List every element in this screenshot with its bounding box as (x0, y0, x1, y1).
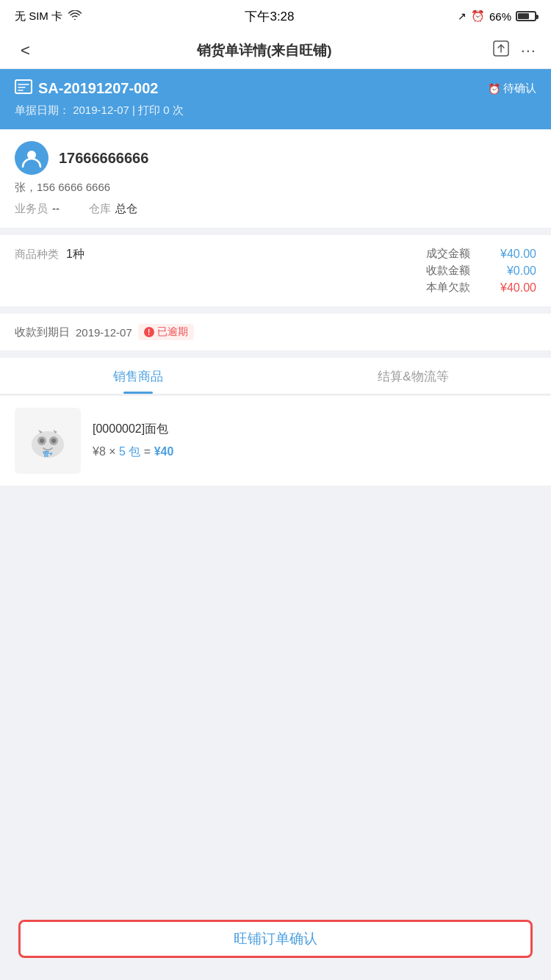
customer-meta: 业务员 -- 仓库 总仓 (15, 202, 536, 216)
amount-value: ¥40.00 (485, 248, 536, 261)
more-button[interactable]: ··· (521, 41, 536, 60)
status-bar: 无 SIM 卡 下午3:28 ↗ ⏰ 66% (0, 0, 551, 32)
order-id: SA-20191207-002 (15, 79, 158, 98)
product-name: [0000002]面包 (93, 422, 536, 437)
due-date-section: 收款到期日 2019-12-07 ! 已逾期 (0, 314, 551, 350)
salesperson-label: 业务员 (15, 202, 48, 216)
product-qty: 5 (119, 445, 126, 458)
location-arrow-icon: ↗ (458, 10, 467, 22)
salesperson-value: -- (52, 202, 60, 216)
carrier-text: 无 SIM 卡 (15, 10, 62, 24)
svg-text:管+: 管+ (43, 450, 53, 458)
order-header: SA-20191207-002 ⏰ 待确认 单据日期： 2019-12-07 |… (0, 69, 551, 129)
customer-section: 17666666666 张，156 6666 6666 业务员 -- 仓库 总仓 (0, 129, 551, 228)
confirm-button-wrapper: 旺铺订单确认 (18, 920, 533, 958)
due-date-value: 2019-12-07 (76, 326, 132, 339)
received-label: 收款金额 (426, 264, 470, 278)
page-title: 销货单详情(来自旺铺) (197, 41, 332, 60)
alarm-icon: ⏰ (471, 10, 485, 23)
product-price: ¥8 × 5 包 = ¥40 (93, 444, 536, 460)
confirm-order-button[interactable]: 旺铺订单确认 (18, 920, 533, 958)
tabs-section: 销售商品 结算&物流等 (0, 358, 551, 394)
tab-settlement[interactable]: 结算&物流等 (276, 358, 551, 394)
received-value: ¥0.00 (485, 264, 536, 278)
warehouse-meta: 仓库 总仓 (89, 202, 137, 216)
product-type-value: 1种 (66, 247, 84, 262)
clock-icon: ⏰ (488, 83, 500, 95)
svg-rect-1 (15, 80, 32, 93)
product-item: 管+ [0000002]面包 ¥8 × 5 包 = ¥40 (0, 396, 551, 486)
battery-percent: 66% (489, 10, 511, 23)
overdue-alert-icon: ! (144, 327, 154, 337)
owed-label: 本单欠款 (426, 281, 470, 295)
back-button[interactable]: < (15, 38, 36, 63)
order-date-info: 单据日期： 2019-12-07 | 打印 0 次 (15, 104, 536, 118)
product-thumbnail: 管+ (15, 408, 81, 474)
owed-value: ¥40.00 (485, 281, 536, 295)
avatar (15, 141, 48, 175)
owed-row: 本单欠款 ¥40.00 (426, 281, 536, 295)
wifi-icon (68, 10, 82, 23)
order-status: ⏰ 待确认 (488, 82, 536, 96)
status-left: 无 SIM 卡 (15, 10, 82, 24)
multiply-sign: × (109, 445, 119, 458)
customer-phone: 17666666666 (59, 150, 148, 167)
product-list: 管+ [0000002]面包 ¥8 × 5 包 = ¥40 (0, 396, 551, 486)
overdue-badge: ! 已逾期 (138, 324, 194, 340)
share-button[interactable] (493, 40, 509, 60)
received-row: 收款金额 ¥0.00 (426, 264, 536, 278)
due-date-label: 收款到期日 (15, 325, 70, 339)
order-icon (15, 79, 32, 98)
status-right: ↗ ⏰ 66% (458, 10, 536, 23)
customer-name: 张，156 6666 6666 (15, 181, 536, 195)
product-type-stat: 商品种类 1种 (15, 247, 84, 262)
product-info: [0000002]面包 ¥8 × 5 包 = ¥40 (93, 422, 536, 460)
warehouse-value: 总仓 (115, 202, 137, 216)
tabs: 销售商品 结算&物流等 (0, 358, 551, 394)
product-type-label: 商品种类 (15, 248, 59, 262)
svg-point-6 (40, 439, 44, 443)
salesperson-meta: 业务员 -- (15, 202, 60, 216)
tab-products[interactable]: 销售商品 (0, 358, 276, 394)
amount-row: 成交金额 ¥40.00 (426, 247, 536, 261)
stats-section: 商品种类 1种 成交金额 ¥40.00 收款金额 ¥0.00 本单欠款 ¥40.… (0, 235, 551, 306)
overdue-text: 已逾期 (157, 325, 188, 339)
equals-sign: = (144, 445, 154, 458)
unit-price: ¥8 (93, 445, 106, 458)
svg-point-7 (51, 439, 56, 443)
amount-stats: 成交金额 ¥40.00 收款金额 ¥0.00 本单欠款 ¥40.00 (426, 247, 536, 295)
bottom-area (0, 486, 551, 633)
amount-label: 成交金额 (426, 247, 470, 261)
warehouse-label: 仓库 (89, 202, 111, 216)
battery-icon (516, 11, 536, 21)
nav-actions: ··· (493, 40, 536, 60)
product-total: ¥40 (154, 445, 174, 458)
nav-bar: < 销货单详情(来自旺铺) ··· (0, 32, 551, 69)
product-unit: 包 (129, 445, 140, 458)
status-time: 下午3:28 (245, 8, 294, 25)
